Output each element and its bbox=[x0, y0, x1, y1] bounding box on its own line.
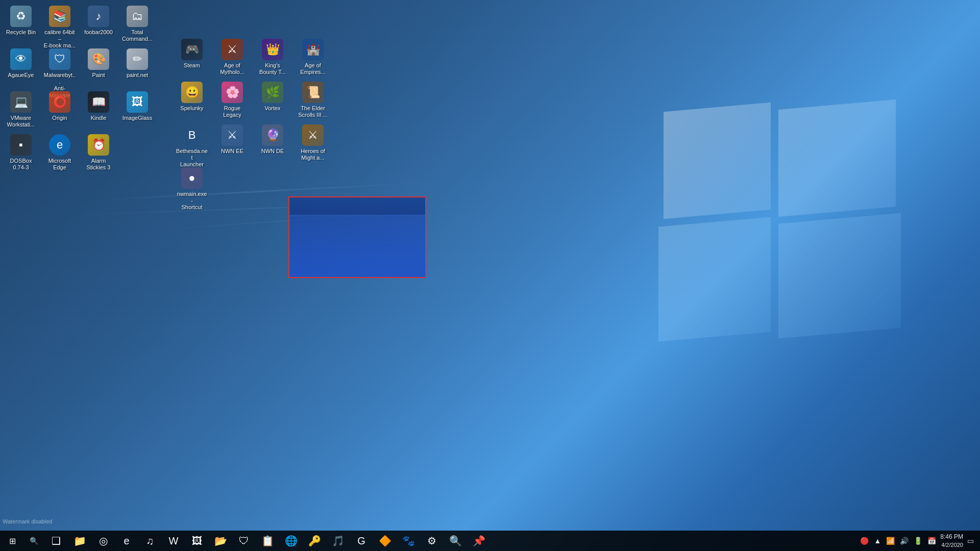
selection-box bbox=[288, 196, 426, 278]
icon-image-right-2: 👑 bbox=[262, 39, 283, 60]
icon-label-8: VMware Workstati... bbox=[7, 115, 35, 128]
taskbar-app-word[interactable]: W bbox=[162, 531, 185, 551]
systray-up-icon[interactable]: ▲ bbox=[873, 536, 882, 546]
icon-label-right-4: Spelunky bbox=[180, 105, 203, 112]
icon-image-14: ⏰ bbox=[88, 134, 109, 156]
icon-image-right-0: 🎮 bbox=[181, 39, 203, 60]
icon-label-right-10: NWN DE bbox=[261, 148, 284, 155]
icon-label-4: AgaueEye bbox=[8, 72, 34, 79]
taskbar-app-cortana[interactable]: ◎ bbox=[92, 531, 114, 551]
desktop-icon-imageglass[interactable]: 🖼ImageGlass bbox=[119, 88, 156, 129]
start-icon: ⊞ bbox=[9, 536, 16, 546]
icon-label-9: Origin bbox=[52, 115, 67, 121]
start-button[interactable]: ⊞ bbox=[0, 531, 24, 551]
desktop-icon-vmware[interactable]: 💻VMware Workstati... bbox=[3, 88, 39, 129]
icon-image-4: 👁 bbox=[10, 48, 32, 70]
desktop-icon-malwarebytes[interactable]: 🛡Malwarebyt... Anti-Malware bbox=[41, 45, 78, 86]
desktop-icon-nwmain[interactable]: ●nwmain.exe - Shortcut bbox=[174, 164, 210, 205]
icon-label-right-0: Steam bbox=[184, 62, 200, 69]
taskbar-app-vlc[interactable]: 🔶 bbox=[374, 531, 396, 551]
icon-image-2: ♪ bbox=[88, 6, 109, 27]
desktop-icon-paintnet[interactable]: ✏paint.net bbox=[119, 45, 156, 86]
taskbar-app-search[interactable]: 🔍 bbox=[444, 531, 467, 551]
desktop-icon-heroes[interactable]: ⚔Heroes of Might a... bbox=[295, 121, 331, 162]
desktop-icon-agaueeye[interactable]: 👁AgaueEye bbox=[3, 45, 39, 86]
watermark: Watermark disabled bbox=[3, 518, 52, 525]
icon-image-8: 💻 bbox=[10, 91, 32, 113]
desktop-icons-right: 🎮Steam⚔Age of Mytholo...👑King's Bounty T… bbox=[174, 36, 333, 205]
taskbar-app-photos[interactable]: 🖼 bbox=[186, 531, 208, 551]
desktop-icon-origin[interactable]: ⭕Origin bbox=[41, 88, 78, 129]
clock-date: 4/2/2020 bbox=[940, 541, 963, 548]
icon-label-11: ImageGlass bbox=[122, 115, 153, 121]
desktop-icon-recycle-bin[interactable]: ♻Recycle Bin bbox=[3, 3, 39, 43]
desktop-icon-aoe-mythology[interactable]: ⚔Age of Mytholo... bbox=[214, 36, 251, 77]
desktop-icon-elderscrolls[interactable]: 📜The Elder Scrolls III ... bbox=[295, 79, 331, 119]
desktop-icon-nwnee[interactable]: ⚔NWN EE bbox=[214, 121, 251, 162]
icon-image-1: 📚 bbox=[49, 6, 70, 27]
desktop-icon-spelunky[interactable]: 😀Spelunky bbox=[174, 79, 210, 119]
desktop-icon-nwnde[interactable]: 🔮NWN DE bbox=[254, 121, 291, 162]
icon-label-3: Total Command... bbox=[121, 29, 154, 42]
icon-image-right-9: ⚔ bbox=[222, 124, 243, 146]
desktop-icon-aoe2[interactable]: 🏰Age of Empires... bbox=[295, 36, 331, 77]
clock-time: 8:46 PM bbox=[940, 533, 963, 541]
taskbar-app-gog[interactable]: G bbox=[350, 531, 373, 551]
systray-clock[interactable]: 8:46 PM 4/2/2020 bbox=[940, 533, 963, 548]
systray-shield-icon[interactable]: 🔴 bbox=[859, 536, 870, 546]
icon-label-2: foobar2000 bbox=[84, 29, 113, 36]
icon-image-6: 🎨 bbox=[88, 48, 109, 70]
taskbar-app-chrome[interactable]: 🌐 bbox=[280, 531, 302, 551]
icon-label-right-7: The Elder Scrolls III ... bbox=[298, 105, 327, 118]
taskbar-app-task-view[interactable]: ❑ bbox=[45, 531, 67, 551]
taskbar-app-edge[interactable]: e bbox=[115, 531, 138, 551]
desktop-icon-kings-bounty[interactable]: 👑King's Bounty T... bbox=[254, 36, 291, 77]
desktop-icon-bethesda[interactable]: BBethesda.net Launcher bbox=[174, 121, 210, 162]
desktop-icon-steam[interactable]: 🎮Steam bbox=[174, 36, 210, 77]
taskbar-app-explorer2[interactable]: 📂 bbox=[209, 531, 232, 551]
taskbar-app-keepass[interactable]: 🔑 bbox=[303, 531, 326, 551]
icon-image-12: ▪ bbox=[10, 134, 32, 156]
icon-image-0: ♻ bbox=[10, 6, 32, 27]
systray-volume-icon[interactable]: 🔊 bbox=[899, 536, 910, 546]
show-desktop-button[interactable]: ▭ bbox=[966, 536, 975, 546]
icon-label-7: paint.net bbox=[127, 72, 148, 79]
icon-image-right-7: 📜 bbox=[302, 82, 324, 103]
taskbar-app-pet[interactable]: 🐾 bbox=[397, 531, 420, 551]
icon-image-5: 🛡 bbox=[49, 48, 70, 70]
taskbar: ⊞ 🔍 ❑📁◎e♫W🖼📂🛡📋🌐🔑🎵G🔶🐾⚙🔍📌 🔴 ▲ 📶 🔊 🔋 📅 8:46… bbox=[0, 531, 980, 551]
icon-image-10: 📖 bbox=[88, 91, 109, 113]
desktop-icon-rogue-legacy[interactable]: 🌸Rogue Legacy bbox=[214, 79, 251, 119]
taskbar-app-antivirus[interactable]: 🛡 bbox=[233, 531, 255, 551]
icon-label-right-6: Vortex bbox=[264, 105, 280, 112]
taskbar-app-file-explorer[interactable]: 📁 bbox=[68, 531, 91, 551]
desktop-icon-totalcmd[interactable]: 🗂Total Command... bbox=[119, 3, 156, 43]
systray-calendar-icon[interactable]: 📅 bbox=[926, 536, 937, 546]
icon-label-right-11: Heroes of Might a... bbox=[301, 148, 325, 161]
taskbar-app-music[interactable]: 🎵 bbox=[327, 531, 349, 551]
desktop-icon-dosbox[interactable]: ▪DOSBox 0.74-3 bbox=[3, 131, 39, 172]
taskbar-app-settings[interactable]: ⚙ bbox=[421, 531, 443, 551]
desktop-icon-foobar2000[interactable]: ♪foobar2000 bbox=[80, 3, 117, 43]
selection-box-header bbox=[289, 197, 425, 215]
desktop-icon-paint[interactable]: 🎨Paint bbox=[80, 45, 117, 86]
desktop-icon-calibre[interactable]: 📚calibre 64bit – E-book ma... bbox=[41, 3, 78, 43]
icon-image-right-4: 😀 bbox=[181, 82, 203, 103]
taskbar-app-winamp[interactable]: ♫ bbox=[139, 531, 161, 551]
icon-label-right-2: King's Bounty T... bbox=[259, 62, 286, 76]
systray-battery-icon[interactable]: 🔋 bbox=[913, 536, 923, 546]
icon-image-right-12: ● bbox=[181, 167, 203, 189]
desktop-icons-left: ♻Recycle Bin📚calibre 64bit – E-book ma..… bbox=[3, 3, 156, 172]
desktop-icon-msedge[interactable]: eMicrosoft Edge bbox=[41, 131, 78, 172]
desktop-icon-alarm[interactable]: ⏰Alarm Stickies 3 bbox=[80, 131, 117, 172]
taskbar-app-filemgr[interactable]: 📋 bbox=[256, 531, 279, 551]
desktop-icon-kindle[interactable]: 📖Kindle bbox=[80, 88, 117, 129]
icon-image-13: e bbox=[49, 134, 70, 156]
icon-image-7: ✏ bbox=[127, 48, 148, 70]
systray-network-icon[interactable]: 📶 bbox=[885, 536, 896, 546]
taskbar-search-button[interactable]: 🔍 bbox=[24, 531, 43, 551]
desktop-icon-vortex[interactable]: 🌿Vortex bbox=[254, 79, 291, 119]
icon-image-right-3: 🏰 bbox=[302, 39, 324, 60]
icon-image-right-5: 🌸 bbox=[222, 82, 243, 103]
taskbar-app-pinned[interactable]: 📌 bbox=[468, 531, 490, 551]
